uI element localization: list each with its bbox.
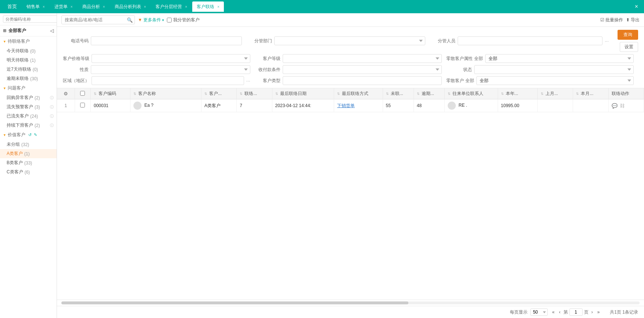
nav-tab-customer-segment[interactable]: 客户分层经营 × [151,1,192,12]
sidebar-item-class-b[interactable]: B类客户 (33) [0,158,57,167]
page-number-input[interactable]: 1 [569,308,583,316]
sidebar-group-value[interactable]: ▼ 价值客户 ↺ ✎ [0,130,57,140]
cell-this-year: 10995.00 [498,99,537,112]
sidebar-group-problem[interactable]: ▼ 问题客户 [0,83,57,93]
grid-icon: ⊞ [3,28,6,33]
row-checkbox-0[interactable] [80,103,85,107]
select-all-checkbox[interactable] [80,91,85,96]
action-icon-link[interactable]: ⛓ [620,103,625,109]
last-contact-method-link[interactable]: 下销货单 [337,103,355,108]
adv-filter-row-3: 性质 收付款条件 状态 [63,65,638,74]
settings-button[interactable]: 设置 [620,42,638,52]
page-size-select[interactable]: 50 20 100 [530,308,548,316]
scrollbar-wrap[interactable] [57,301,644,304]
sidebar-collapse-icon[interactable]: ◁ [50,28,54,33]
filter-more-btn[interactable]: ▼ 更多条件 ▾ [138,17,164,23]
filter-dots-person[interactable]: ··· [605,38,609,44]
col-header-this-year: ⇅ 本年... [498,88,537,99]
close-tab-analysis-list[interactable]: × [144,5,146,9]
sidebar-item-today-pending[interactable]: 今天待联络 (0) [0,46,57,56]
cell-contact-count: 7 [237,99,272,112]
nav-tab-purchase[interactable]: 进货单 × [50,1,77,12]
close-tab-purchase[interactable]: × [71,5,73,9]
filter-select-customer-level[interactable] [283,54,442,63]
sidebar-item-overdue-no-contact[interactable]: 逾期未联络 (30) [0,74,57,83]
sort-icon-not-contacted: ⇅ [386,92,389,96]
export-btn[interactable]: ⬆ 导出 [626,17,640,23]
sort-icon-last-contact-date: ⇅ [275,92,278,96]
table-settings-gear[interactable]: ⚙ [64,91,68,96]
value-group-edit[interactable]: ✎ [34,132,37,137]
close-tab-customer-segment[interactable]: × [185,5,187,9]
nav-tab-customer-contact[interactable]: 客户联络 × [192,1,224,12]
sidebar-item-churned[interactable]: 已流失客户 (24) ⓘ [0,112,57,121]
scrollbar-thumb[interactable] [61,301,408,304]
col-header-last-month: ⇅ 上月... [537,88,573,99]
filter-search-icon[interactable]: 🔍 [127,17,133,23]
page-size-label: 每页显示 [510,309,527,315]
batch-op-btn[interactable]: ☑ 批量操作 [600,17,623,23]
sidebar-item-ungrouped[interactable]: 未分组 (32) [0,140,57,149]
sidebar-group-pending[interactable]: ▼ 待联络客户 [0,36,57,46]
sidebar-item-repurchase-abnormal[interactable]: 回购异常客户 (2) ⓘ [0,93,57,102]
nav-tab-analysis-list[interactable]: 商品分析列表 × [110,1,151,12]
filter-select-retail-attr[interactable]: 全部 [485,54,634,63]
sidebar-all-customers-label: 全部客户 [8,28,26,34]
query-button[interactable]: 查询 [618,30,638,40]
chevron-down-more: ▾ [162,18,164,22]
col-header-checkbox [75,88,90,99]
filter-bar-right: ☑ 批量操作 ⬆ 导出 [600,17,640,23]
cell-not-contacted: 55 [383,99,414,112]
filter-select-dept[interactable] [274,36,425,45]
sidebar-search-input[interactable] [3,15,57,23]
filter-select-nature[interactable] [91,65,250,74]
filter-dots-region[interactable]: ··· [246,78,250,84]
filter-select-retail[interactable]: 全部 [476,76,634,85]
page-of-label: 页 [584,309,588,315]
table-header-row: ⚙ ⇅ 客户编码 ⇅ [57,88,644,99]
page-prev-btn[interactable]: ‹ [558,309,562,315]
filter-cell-person: 分管人员 ··· [430,36,613,45]
sidebar-item-class-a[interactable]: A类客户 (1) [0,149,57,158]
value-group-refresh[interactable]: ↺ [28,132,32,137]
sidebar-item-declining[interactable]: 持续下滑客户 (2) ⓘ [0,121,57,130]
filter-input-person[interactable] [458,36,602,45]
sidebar-item-tomorrow-pending[interactable]: 明天待联络 (1) [0,56,57,65]
action-icon-message[interactable]: 💬 [612,103,618,109]
close-tab-customer-contact[interactable]: × [217,5,219,9]
action-icons-wrap: 💬 ⛓ [612,103,641,109]
col-header-action: 联络动作 [608,88,644,99]
close-tab-analysis[interactable]: × [103,5,105,9]
filter-label-customer-type: 客户类型 [255,78,280,84]
col-header-settings[interactable]: ⚙ [57,88,75,99]
filter-select-payment[interactable] [283,65,442,74]
close-tab-sales[interactable]: × [43,5,45,9]
filter-input-phone[interactable] [91,36,242,45]
sort-icon-last-month: ⇅ [541,92,544,96]
filter-input-region[interactable] [92,76,244,85]
col-header-last-contact-date: ⇅ 最后联络日期 [272,88,334,99]
nav-tab-analysis[interactable]: 商品分析 × [78,1,110,12]
sidebar-item-churn-warning[interactable]: 流失预警客户 (3) ⓘ [0,102,57,112]
cell-name: Ea ? [130,99,201,112]
filter-select-price-level[interactable] [92,54,250,63]
page-next-btn[interactable]: › [590,309,594,315]
sidebar-item-class-c[interactable]: C类客户 (6) [0,167,57,177]
filter-select-status[interactable] [474,65,634,74]
adv-filter-row-2: 客户价格等级 客户等级 零散客户属性 全部 全部 [63,54,638,63]
scrollbar-track [61,301,640,304]
filter-search-input[interactable] [61,15,135,24]
page-last-btn[interactable]: » [596,309,601,315]
page-first-btn[interactable]: « [551,309,556,315]
sidebar-item-7days-pending[interactable]: 近7天待联络 (0) [0,65,57,74]
filter-cell-payment: 收付款条件 [255,65,447,74]
nav-home[interactable]: 首页 [3,3,21,10]
filter-input-customer-type[interactable] [283,76,442,85]
horizontal-scrollbar [57,300,644,306]
window-close-button[interactable]: × [632,3,641,10]
content-area: 🔍 ▼ 更多条件 ▾ 我分管的客户 ☑ 批量操作 ⬆ 导出 [57,13,644,318]
my-customers-checkbox[interactable] [167,18,172,22]
nav-tab-sales[interactable]: 销售单 × [22,1,49,12]
adv-filter-row-4: 区域（地区） ··· 客户类型 零散客户 全部 全部 [63,76,638,85]
my-customers-checkbox-label[interactable]: 我分管的客户 [167,17,200,23]
